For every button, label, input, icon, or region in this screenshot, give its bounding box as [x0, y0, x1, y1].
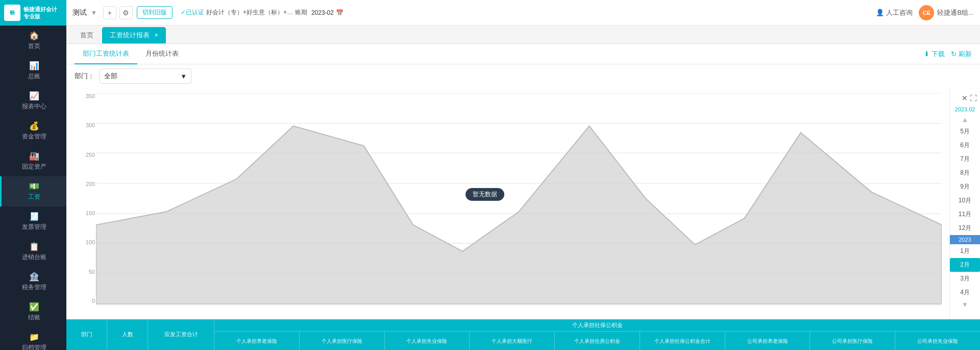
subtab-monthly-label: 月份统计表 — [145, 49, 179, 58]
rp-month-8[interactable]: 8月 — [950, 166, 980, 180]
rp-current-year[interactable]: 2023.02 — [950, 104, 980, 114]
help-button[interactable]: 👤 人工咨询 — [876, 8, 913, 17]
y-label-250: 250 — [86, 152, 95, 158]
rp-month-12[interactable]: 12月 — [950, 221, 980, 235]
rp-month-feb[interactable]: 2月 — [950, 258, 980, 272]
sidebar-item-funds[interactable]: 💰 资金管理 — [0, 116, 66, 146]
tab-close-icon[interactable]: × — [155, 32, 158, 39]
y-label-200: 200 — [86, 181, 95, 187]
th-pension-personal: 个人承担养老保险 — [214, 332, 300, 350]
reports-icon: 📈 — [29, 91, 39, 101]
tab-home[interactable]: 首页 — [72, 27, 101, 43]
y-axis: 0 50 100 150 200 250 300 350 — [77, 93, 95, 304]
th-salary-total: 应发工资合计 — [148, 319, 214, 350]
user-avatar[interactable]: CE — [919, 5, 934, 20]
th-social-total-personal: 个人承担社保公积金合计 — [640, 332, 725, 350]
add-button[interactable]: + — [103, 6, 116, 19]
right-panel: ✕ ⛶ 2023.02 ▲ 5月 6月 7月 8月 9月 10月 11月 12月… — [949, 88, 980, 319]
rp-month-mar[interactable]: 3月 — [950, 272, 980, 286]
content-area: 部门工资统计表 月份统计表 ⬇ 下载 ↻ 刷新 部门： 全部 ▼ — [66, 44, 980, 350]
subtab-dept[interactable]: 部门工资统计表 — [75, 44, 137, 64]
sidebar-item-reports[interactable]: 📈 报表中心 — [0, 86, 66, 116]
user-area: CE 轻捷通B组... — [919, 5, 974, 20]
chart-tooltip: 暂无数据 — [465, 188, 504, 201]
main-area: 测试 ▼ + ⚙ 切到旧版 ✓已认证 好会计（专）+好生意（标）+… 账期 20… — [66, 0, 980, 350]
subtab-monthly[interactable]: 月份统计表 — [137, 44, 187, 64]
sidebar-item-settle[interactable]: ✅ 结账 — [0, 297, 66, 327]
calendar-icon[interactable]: 📅 — [336, 9, 344, 16]
settings-button[interactable]: ⚙ — [119, 6, 133, 19]
th-count: 人数 — [107, 319, 148, 350]
chart-container: 0 50 100 150 200 250 300 350 — [66, 88, 980, 319]
sidebar-item-ledger[interactable]: 📊 总账 — [0, 56, 66, 86]
sidebar-item-invoice[interactable]: 🧾 发票管理 — [0, 206, 66, 237]
area-chart — [96, 93, 942, 304]
sidebar-item-home[interactable]: 🏠 首页 — [0, 26, 66, 56]
sidebar-label-salary: 工资 — [28, 193, 40, 201]
sidebar-item-tax[interactable]: 🏦 税务管理 — [0, 267, 66, 297]
topbar: 测试 ▼ + ⚙ 切到旧版 ✓已认证 好会计（专）+好生意（标）+… 账期 20… — [66, 0, 980, 26]
th-pension-company: 公司承担养老保险 — [725, 332, 811, 350]
tab-bar: 首页 工资统计报表 × — [66, 26, 980, 44]
y-label-300: 300 — [86, 122, 95, 128]
th-group-title: 个人承担社保公积金 — [214, 319, 980, 332]
tab-salary-report[interactable]: 工资统计报表 × — [102, 27, 166, 43]
refresh-button[interactable]: ↻ 刷新 — [951, 50, 972, 59]
filter-label: 部门： — [75, 72, 94, 81]
sidebar-label-sales: 进销台账 — [22, 253, 46, 262]
th-personal-group: 个人承担社保公积金 个人承担养老保险 个人承担医疗保险 个人承担失业保险 个人承… — [214, 319, 980, 350]
sidebar-item-archive[interactable]: 📁 归档管理 — [0, 327, 66, 350]
archive-icon: 📁 — [29, 332, 39, 342]
y-label-50: 50 — [89, 269, 95, 275]
rp-month-apr[interactable]: 4月 — [950, 286, 980, 299]
topbar-dropdown-arrow[interactable]: ▼ — [91, 9, 97, 16]
rp-month-jan[interactable]: 1月 — [950, 244, 980, 258]
rp-scroll-down-icon[interactable]: ▼ — [962, 300, 969, 309]
th-group-cols: 个人承担养老保险 个人承担医疗保险 个人承担失业保险 个人承担大额医疗 个人承担… — [214, 332, 980, 350]
settle-icon: ✅ — [29, 302, 39, 312]
panel-close-icon[interactable]: ✕ — [962, 94, 968, 102]
subtab-actions: ⬇ 下载 ↻ 刷新 — [924, 50, 972, 59]
help-label: 人工咨询 — [886, 8, 913, 17]
download-button[interactable]: ⬇ 下载 — [924, 50, 945, 59]
salary-icon: 💵 — [29, 181, 39, 191]
sidebar-item-salary[interactable]: 💵 工资 — [0, 176, 66, 206]
topbar-right: 👤 人工咨询 CE 轻捷通B组... — [876, 5, 974, 20]
panel-expand-icon[interactable]: ⛶ — [970, 94, 977, 102]
user-name[interactable]: 轻捷通B组... — [937, 8, 974, 17]
logo-line1: 畅捷通好会计 — [23, 6, 57, 13]
rp-month-6[interactable]: 6月 — [950, 138, 980, 152]
th-medical-company: 公司承担医疗保险 — [810, 332, 895, 350]
rp-month-10[interactable]: 10月 — [950, 194, 980, 207]
funds-icon: 💰 — [29, 121, 39, 131]
th-dept: 部门 — [66, 319, 107, 350]
invoice-icon: 🧾 — [29, 212, 39, 221]
filter-value: 全部 — [104, 72, 117, 81]
refresh-icon: ↻ — [951, 50, 957, 58]
logo-icon: 畅 — [4, 5, 20, 21]
rp-year-2023[interactable]: 2023 — [950, 235, 980, 244]
tax-icon: 🏦 — [29, 272, 39, 282]
th-housing-personal: 个人承担住房公积金 — [555, 332, 640, 350]
rp-scroll-up-icon[interactable]: ▲ — [962, 115, 969, 124]
switch-old-btn[interactable]: 切到旧版 — [137, 6, 173, 19]
topbar-tags: ✓已认证 好会计（专）+好生意（标）+… 账期 2023-02 📅 — [181, 8, 344, 17]
rp-month-7[interactable]: 7月 — [950, 152, 980, 166]
sidebar-item-assets[interactable]: 🏭 固定资产 — [0, 146, 66, 176]
tooltip-text: 暂无数据 — [473, 191, 497, 198]
sidebar-label-assets: 固定资产 — [22, 162, 46, 171]
sidebar-label-ledger: 总账 — [28, 72, 40, 81]
logo-line2: 专业版 — [23, 13, 57, 20]
sidebar-item-sales[interactable]: 📋 进销台账 — [0, 237, 66, 267]
rp-month-11[interactable]: 11月 — [950, 207, 980, 221]
rp-month-5[interactable]: 5月 — [950, 125, 980, 138]
sidebar-label-settle: 结账 — [28, 313, 40, 322]
chart-svg-wrapper: 暂无数据 — [96, 93, 942, 304]
sidebar-label-invoice: 发票管理 — [22, 223, 46, 231]
th-medical-personal: 个人承担医疗保险 — [300, 332, 385, 350]
ledger-icon: 📊 — [29, 61, 39, 71]
refresh-label: 刷新 — [959, 50, 972, 59]
rp-month-9[interactable]: 9月 — [950, 180, 980, 194]
y-label-150: 150 — [86, 210, 95, 216]
dept-select[interactable]: 全部 ▼ — [100, 68, 191, 84]
